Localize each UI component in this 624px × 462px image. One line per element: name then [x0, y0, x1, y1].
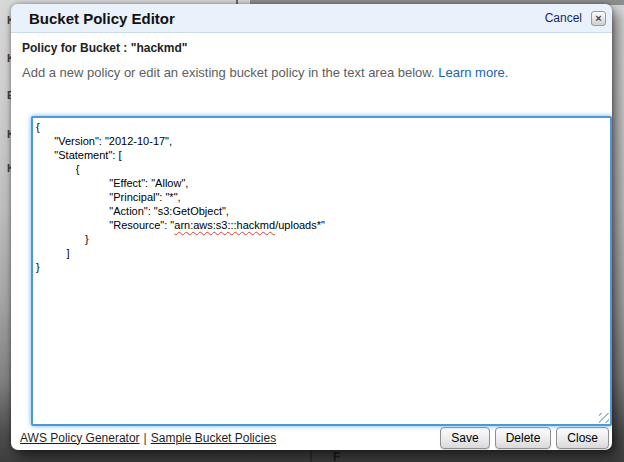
learn-more-link[interactable]: Learn more.: [438, 65, 508, 80]
policy-line: }: [36, 232, 607, 246]
dialog-footer: AWS Policy Generator | Sample Bucket Pol…: [11, 426, 612, 450]
policy-line: {: [36, 162, 607, 176]
dialog-body: Policy for Bucket : "hackmd" Add a new p…: [11, 33, 612, 426]
policy-line: ]: [36, 246, 607, 260]
close-icon: ×: [595, 13, 601, 24]
save-button[interactable]: Save: [440, 427, 489, 449]
policy-line: "Action": "s3:GetObject",: [36, 204, 607, 218]
dialog-header: Bucket Policy Editor Cancel ×: [11, 4, 612, 33]
delete-button[interactable]: Delete: [495, 427, 552, 449]
close-button[interactable]: Close: [556, 427, 609, 449]
policy-line: "Resource": "arn:aws:s3:::hackmd/uploads…: [36, 218, 607, 232]
textarea-resize-grip[interactable]: [599, 413, 609, 423]
bucket-policy-heading: Policy for Bucket : "hackmd": [22, 41, 601, 55]
bucket-policy-editor-dialog: Bucket Policy Editor Cancel × Policy for…: [11, 4, 612, 450]
policy-line: "Effect": "Allow",: [36, 176, 607, 190]
sample-bucket-policies-link[interactable]: Sample Bucket Policies: [151, 431, 276, 445]
link-separator: |: [144, 431, 147, 445]
policy-line: "Principal": "*",: [36, 190, 607, 204]
background-page-bottom-divider: [310, 451, 312, 462]
close-dialog-button[interactable]: ×: [591, 11, 606, 26]
background-page-fragment: F: [333, 450, 340, 462]
policy-textarea[interactable]: { "Version": "2012-10-17", "Statement": …: [31, 116, 612, 426]
aws-policy-generator-link[interactable]: AWS Policy Generator: [20, 431, 140, 445]
policy-line: "Statement": [: [36, 148, 607, 162]
policy-line: "Version": "2012-10-17",: [36, 134, 607, 148]
description-row: Add a new policy or edit an existing buc…: [22, 65, 601, 80]
cancel-link[interactable]: Cancel: [545, 11, 582, 25]
screen: KKEKK F Bucket Policy Editor Cancel × Po…: [0, 0, 624, 462]
policy-line: }: [36, 260, 607, 274]
dialog-title: Bucket Policy Editor: [29, 10, 175, 27]
description-text: Add a new policy or edit an existing buc…: [22, 65, 438, 80]
policy-line: {: [36, 120, 607, 134]
spellcheck-underline: arn:aws:s3:::hackmd: [174, 219, 275, 231]
